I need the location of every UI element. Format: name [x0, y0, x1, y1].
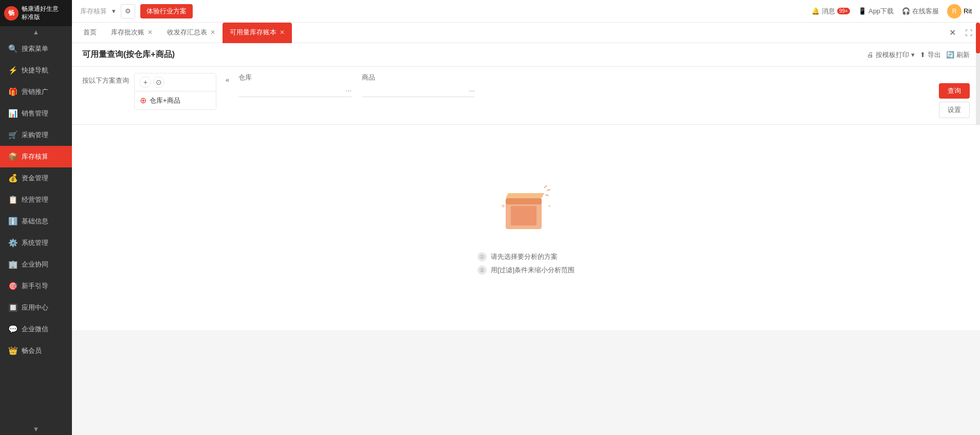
- empty-illustration: [495, 180, 557, 242]
- sidebar-item-enterprise[interactable]: 🏢 企业协同: [0, 254, 72, 275]
- sidebar-item-basic[interactable]: ℹ️ 基础信息: [0, 211, 72, 232]
- message-badge: 99+: [837, 8, 850, 14]
- sidebar-item-marketing[interactable]: 🎁 营销推广: [0, 81, 72, 103]
- warehouse-more-button[interactable]: ···: [346, 86, 352, 94]
- hint-text-2: 用[过滤]条件来缩小分析范围: [491, 266, 575, 275]
- scheme-item-warehouse-goods[interactable]: ⊕ 仓库+商品: [135, 91, 216, 109]
- sidebar-logo: 畅: [4, 6, 19, 21]
- scheme-settings-button[interactable]: ⊙: [153, 77, 164, 88]
- info-icon: ℹ️: [8, 217, 17, 226]
- clipboard-icon: 📋: [8, 195, 17, 204]
- sidebar-item-label: 快捷导航: [22, 66, 48, 75]
- collapse-button[interactable]: «: [221, 73, 233, 87]
- warehouse-field-label: 仓库: [238, 73, 352, 82]
- goods-input[interactable]: [362, 87, 467, 94]
- tab-home[interactable]: 首页: [76, 23, 104, 43]
- sidebar-item-label: 销售管理: [22, 109, 48, 118]
- svg-point-8: [548, 205, 550, 207]
- tab-batch-ledger[interactable]: 库存批次账 ✕: [104, 23, 160, 43]
- field-settings-button[interactable]: 设置: [939, 102, 970, 118]
- scheme-add-button[interactable]: +: [140, 77, 151, 88]
- sidebar-brand: 畅康通好生意 标准版: [22, 5, 59, 21]
- right-scrollbar[interactable]: [976, 23, 980, 125]
- sidebar-subtitle: 标准版: [22, 13, 59, 22]
- topbar-right: 🔔 消息 99+ 📱 App下载 🎧 在线客服 R Rit: [811, 4, 972, 18]
- sidebar-item-appstore[interactable]: 🔲 应用中心: [0, 297, 72, 318]
- sidebar-item-vip[interactable]: 👑 畅会员: [0, 340, 72, 362]
- empty-state: ① 请先选择要分析的方案 ② 用[过滤]条件来缩小分析范围: [72, 125, 980, 330]
- headset-icon: 🎧: [902, 7, 910, 15]
- tab-close-icon[interactable]: ✕: [147, 29, 153, 36]
- sidebar-scroll-down[interactable]: ▼: [0, 423, 72, 435]
- query-btn-area: 查询 设置: [939, 73, 970, 118]
- printer-icon: 🖨: [867, 51, 874, 59]
- username-label: Rit: [964, 7, 972, 15]
- empty-hint: ① 请先选择要分析的方案 ② 用[过滤]条件来缩小分析范围: [477, 252, 575, 275]
- sidebar-item-system[interactable]: ⚙️ 系统管理: [0, 232, 72, 254]
- filter-scheme-panel: + ⊙ ⊕ 仓库+商品: [134, 73, 216, 110]
- tab-expand-button[interactable]: ⛶: [961, 26, 976, 40]
- chevron-down-icon: ▾: [112, 7, 116, 15]
- print-dropdown-icon: ▾: [911, 51, 915, 59]
- export-icon: ⬆: [920, 51, 926, 59]
- sidebar-item-operation[interactable]: 📋 经营管理: [0, 189, 72, 211]
- sidebar-item-finance[interactable]: 💰 资金管理: [0, 167, 72, 189]
- sidebar-item-label: 畅会员: [22, 346, 42, 355]
- export-button[interactable]: ⬆ 导出: [920, 50, 941, 60]
- query-button[interactable]: 查询: [939, 83, 970, 99]
- tab-available-ledger[interactable]: 可用量库存账本 ✕: [223, 23, 292, 43]
- scheme-item-label: 仓库+商品: [150, 96, 180, 105]
- tab-close-icon[interactable]: ✕: [280, 29, 285, 36]
- app-label: App下载: [868, 7, 894, 16]
- sidebar-item-search[interactable]: 🔍 搜索菜单: [0, 38, 72, 60]
- app-download-button[interactable]: 📱 App下载: [858, 7, 894, 16]
- apps-icon: 🔲: [8, 303, 17, 312]
- online-service-button[interactable]: 🎧 在线客服: [902, 7, 939, 16]
- empty-hint-item-1: ① 请先选择要分析的方案: [477, 252, 575, 261]
- sidebar-item-newbie[interactable]: 🎯 新手引导: [0, 275, 72, 297]
- sidebar-item-wechat[interactable]: 💬 企业微信: [0, 318, 72, 340]
- svg-line-4: [544, 185, 547, 188]
- gear-icon: ⚙️: [8, 238, 17, 248]
- chart-icon: 📊: [8, 109, 17, 118]
- industry-solution-button[interactable]: 体验行业方案: [140, 4, 193, 18]
- building-icon: 🏢: [8, 260, 17, 269]
- goods-field-input: ···: [362, 84, 475, 97]
- sidebar-item-shortcut[interactable]: ⚡ 快捷导航: [0, 60, 72, 81]
- tab-label: 可用量库存账本: [230, 28, 276, 37]
- sidebar-item-inventory[interactable]: 📦 库存核算: [0, 146, 72, 167]
- filter-scheme-header: + ⊙: [135, 73, 216, 91]
- hint-text-1: 请先选择要分析的方案: [491, 252, 558, 261]
- refresh-label: 刷新: [956, 50, 970, 60]
- message-button[interactable]: 🔔 消息 99+: [811, 7, 850, 16]
- hint-number-1: ①: [477, 252, 487, 261]
- sidebar-nav: 🔍 搜索菜单 ⚡ 快捷导航 🎁 营销推广 📊 销售管理 🛒 采购管理 📦 库存核…: [0, 38, 72, 423]
- user-menu-button[interactable]: R Rit: [947, 4, 972, 18]
- svg-marker-2: [506, 193, 544, 198]
- money-icon: 💰: [8, 174, 17, 183]
- svg-rect-3: [511, 206, 537, 225]
- breadcrumb-dropdown[interactable]: ▾: [112, 7, 116, 15]
- warehouse-input[interactable]: [238, 87, 343, 94]
- tab-home-label: 首页: [83, 28, 97, 37]
- tab-label: 收发存汇总表: [167, 28, 207, 37]
- tab-label: 库存批次账: [111, 28, 144, 37]
- svg-line-6: [545, 195, 549, 196]
- flash-icon: ⚡: [8, 66, 17, 75]
- tab-close-icon[interactable]: ✕: [210, 29, 215, 36]
- cart-icon: 🛒: [8, 130, 17, 140]
- sidebar-item-label: 新手引导: [22, 281, 48, 291]
- sidebar-scroll-up[interactable]: ▲: [0, 26, 72, 38]
- svg-line-5: [547, 190, 550, 191]
- message-label: 消息: [822, 7, 835, 16]
- tab-receipt-summary[interactable]: 收发存汇总表 ✕: [160, 23, 223, 43]
- sidebar-item-purchase[interactable]: 🛒 采购管理: [0, 124, 72, 146]
- refresh-button[interactable]: 🔄 刷新: [946, 50, 970, 60]
- sidebar-item-label: 经营管理: [22, 195, 48, 204]
- sidebar-item-sales[interactable]: 📊 销售管理: [0, 103, 72, 124]
- goods-field-label: 商品: [362, 73, 475, 82]
- settings-gear-button[interactable]: ⚙: [121, 4, 135, 18]
- goods-more-button[interactable]: ···: [469, 86, 475, 94]
- tab-close-all-button[interactable]: ✕: [945, 26, 959, 40]
- print-template-button[interactable]: 🖨 按模板打印 ▾: [867, 50, 915, 60]
